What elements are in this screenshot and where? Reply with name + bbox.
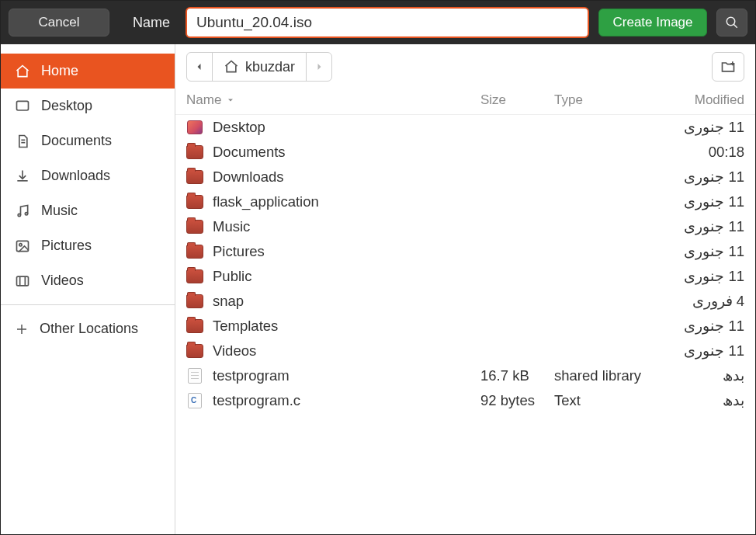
column-header-type[interactable]: Type [554, 92, 675, 108]
file-name: Public [213, 268, 480, 285]
column-header-modified[interactable]: Modified [675, 92, 744, 108]
search-button[interactable] [716, 9, 747, 36]
file-name: Desktop [213, 119, 480, 136]
sidebar-separator [1, 304, 175, 305]
chevron-left-icon [195, 61, 204, 72]
file-modified: 11 جنوری [675, 318, 744, 335]
file-row[interactable]: testprogram.c92 bytesTextبدھ [175, 388, 755, 413]
file-row[interactable]: Documents00:18 [175, 140, 755, 165]
file-modified: 11 جنوری [675, 119, 744, 136]
column-header-label: Name [186, 92, 221, 108]
file-modified: بدھ [675, 367, 744, 384]
folder-icon [186, 319, 203, 333]
sidebar-item-music[interactable]: Music [1, 193, 175, 228]
sidebar-item-downloads[interactable]: Downloads [1, 158, 175, 193]
file-row[interactable]: flask_application11 جنوری [175, 189, 755, 214]
sidebar-item-label: Other Locations [40, 321, 138, 337]
file-name: Videos [213, 342, 480, 360]
file-modified: بدھ [675, 392, 744, 409]
column-header-name[interactable]: Name [186, 92, 480, 108]
sidebar-item-label: Downloads [41, 168, 110, 184]
svg-point-0 [727, 17, 735, 26]
sidebar-item-pictures[interactable]: Pictures [1, 228, 175, 263]
path-toolbar: kbuzdar [175, 44, 755, 89]
file-name: Documents [213, 144, 480, 161]
sort-down-icon [226, 96, 235, 105]
sidebar-item-videos[interactable]: Videos [1, 263, 175, 298]
create-image-button[interactable]: Create Image [598, 9, 707, 36]
filename-input[interactable] [186, 7, 589, 38]
file-name: snap [213, 293, 480, 310]
sidebar-item-documents[interactable]: Documents [1, 123, 175, 158]
file-list: Desktop11 جنوریDocuments00:18Downloads11… [175, 115, 755, 534]
file-modified: 11 جنوری [675, 243, 744, 260]
header-bar: Cancel Name Create Image [1, 1, 755, 44]
sidebar-item-label: Home [41, 63, 78, 79]
file-modified: 00:18 [675, 144, 744, 161]
file-row[interactable]: Public11 جنوری [175, 264, 755, 289]
sidebar-item-desktop[interactable]: Desktop [1, 89, 175, 123]
path-forward-button[interactable] [307, 53, 331, 81]
file-type: shared library [554, 367, 675, 384]
downloads-icon [15, 168, 30, 184]
folder-icon [186, 220, 203, 234]
folder-icon [186, 245, 203, 259]
documents-icon [15, 134, 30, 149]
svg-rect-2 [17, 101, 29, 110]
places-sidebar: HomeDesktopDocumentsDownloadsMusicPictur… [1, 44, 175, 534]
file-modified: 11 جنوری [675, 218, 744, 235]
folder-icon [186, 195, 203, 209]
file-modified: 11 جنوری [675, 193, 744, 210]
svg-rect-10 [17, 276, 29, 286]
file-row[interactable]: Videos11 جنوری [175, 339, 755, 363]
path-bar: kbuzdar [186, 52, 332, 82]
main-pane: kbuzdar Name Size Type Modified [175, 44, 755, 534]
chevron-right-icon [314, 61, 324, 72]
search-icon [725, 16, 739, 30]
plus-icon [15, 322, 29, 336]
file-row[interactable]: Templates11 جنوری [175, 314, 755, 339]
file-row[interactable]: testprogram16.7 kBshared libraryبدھ [175, 363, 755, 388]
videos-icon [15, 273, 30, 289]
desktop-icon [15, 99, 30, 114]
file-name: Downloads [213, 168, 480, 186]
sidebar-item-home[interactable]: Home [1, 54, 175, 89]
file-row[interactable]: Pictures11 جنوری [175, 239, 755, 264]
folder-icon [186, 294, 203, 308]
column-header-size[interactable]: Size [480, 92, 554, 108]
path-segment-home[interactable]: kbuzdar [213, 53, 307, 81]
name-label: Name [133, 15, 170, 31]
svg-line-1 [733, 24, 737, 28]
file-modified: 11 جنوری [675, 342, 744, 360]
new-folder-button[interactable] [712, 52, 744, 82]
file-row[interactable]: Downloads11 جنوری [175, 165, 755, 189]
file-row[interactable]: Music11 جنوری [175, 214, 755, 239]
file-name: flask_application [213, 193, 480, 210]
folder-icon [186, 170, 203, 184]
file-name: testprogram.c [213, 392, 480, 409]
file-type: Text [554, 392, 675, 409]
folder-icon [186, 269, 203, 283]
file-modified: 11 جنوری [675, 268, 744, 285]
file-name: Pictures [213, 243, 480, 260]
cancel-button[interactable]: Cancel [9, 9, 109, 36]
home-icon [224, 59, 239, 75]
file-modified: 4 فروری [675, 293, 744, 310]
sidebar-item-label: Documents [41, 133, 112, 149]
sidebar-item-other-locations[interactable]: Other Locations [1, 311, 175, 346]
file-row[interactable]: Desktop11 جنوری [175, 115, 755, 140]
sidebar-item-label: Desktop [41, 98, 92, 114]
path-back-button[interactable] [187, 53, 213, 81]
svg-point-9 [19, 243, 22, 245]
file-size: 16.7 kB [480, 367, 554, 384]
music-icon [15, 203, 30, 219]
pictures-icon [15, 238, 30, 254]
dialog-body: HomeDesktopDocumentsDownloadsMusicPictur… [1, 44, 755, 534]
sidebar-item-label: Music [41, 203, 78, 219]
c-file-icon [188, 393, 202, 408]
file-modified: 11 جنوری [675, 168, 744, 186]
file-icon [188, 368, 202, 384]
svg-point-7 [25, 212, 27, 214]
sidebar-item-label: Pictures [41, 238, 92, 254]
file-row[interactable]: snap4 فروری [175, 289, 755, 314]
